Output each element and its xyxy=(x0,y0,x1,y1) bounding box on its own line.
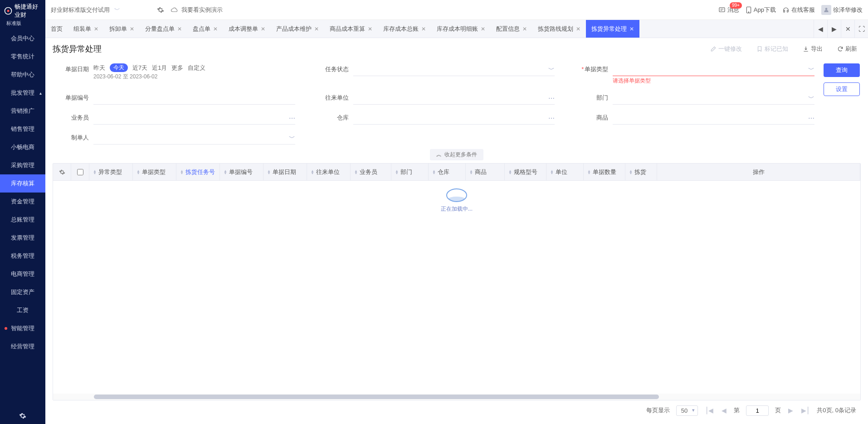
grid-col-header[interactable]: ▲▼商品 xyxy=(466,164,505,180)
sidebar-item[interactable]: 采购管理 xyxy=(0,156,45,174)
date-opt-today[interactable]: 今天 xyxy=(110,63,128,72)
sidebar-item[interactable]: 税务管理 xyxy=(0,247,45,265)
warehouse-lookup[interactable]: ⋯ xyxy=(353,112,555,125)
tab[interactable]: 组装单✕ xyxy=(68,20,104,38)
salesman-lookup[interactable]: ⋯ xyxy=(93,112,295,125)
tabs-close-button[interactable]: ✕ xyxy=(841,20,854,38)
partner-lookup[interactable]: ⋯ xyxy=(353,92,555,105)
doc-type-select[interactable]: ﹀ xyxy=(613,63,814,76)
close-icon[interactable]: ✕ xyxy=(576,26,580,32)
tab[interactable]: 库存成本明细账✕ xyxy=(431,20,491,38)
grid-col-header[interactable]: ▲▼规格型号 xyxy=(505,164,546,180)
topbar-settings[interactable] xyxy=(157,6,164,14)
close-icon[interactable]: ✕ xyxy=(368,26,372,32)
sidebar-item[interactable]: 智能管理 xyxy=(0,319,45,337)
grid-settings-cell[interactable] xyxy=(53,164,71,180)
app-download[interactable]: App下载 xyxy=(746,6,776,14)
date-opt-custom[interactable]: 自定义 xyxy=(188,64,205,72)
pager-first-button[interactable]: ⎮◀ xyxy=(704,407,714,414)
grid-col-header[interactable]: ▲▼往来单位 xyxy=(307,164,351,180)
pager-page-input[interactable] xyxy=(746,405,769,416)
close-icon[interactable]: ✕ xyxy=(314,26,319,32)
refresh-button[interactable]: 刷新 xyxy=(834,43,861,55)
tabs-prev-button[interactable]: ◀ xyxy=(814,20,827,38)
close-icon[interactable]: ✕ xyxy=(130,26,134,32)
grid-hscrollbar[interactable] xyxy=(53,394,860,400)
close-icon[interactable]: ✕ xyxy=(177,26,182,32)
tab[interactable]: 产品成本维护✕ xyxy=(271,20,324,38)
sidebar-item[interactable]: 库存核算 xyxy=(0,174,45,193)
sidebar-item[interactable]: 经营管理 xyxy=(0,337,45,356)
sidebar-item[interactable]: 批发管理▴ xyxy=(0,84,45,102)
tab[interactable]: 拆卸单✕ xyxy=(104,20,140,38)
select-all-checkbox[interactable] xyxy=(77,169,83,175)
close-icon[interactable]: ✕ xyxy=(629,26,634,32)
close-icon[interactable]: ✕ xyxy=(94,26,98,32)
close-icon[interactable]: ✕ xyxy=(522,26,527,32)
messages[interactable]: 消息 99+ xyxy=(718,6,739,14)
pager-last-button[interactable]: ▶⎮ xyxy=(800,407,810,414)
sidebar-settings[interactable] xyxy=(0,408,45,424)
query-button[interactable]: 查询 xyxy=(824,63,860,77)
sidebar-item[interactable]: 固定资产 xyxy=(0,283,45,301)
grid-col-header[interactable]: ▲▼单据类型 xyxy=(133,164,176,180)
grid-col-header[interactable]: ▲▼单位 xyxy=(546,164,584,180)
creator-select[interactable]: ﹀ xyxy=(93,132,295,145)
tab[interactable]: 拣货路线规划✕ xyxy=(532,20,586,38)
product-selector[interactable]: 好业财标准版交付试用 ﹀ xyxy=(51,6,151,14)
sidebar-item[interactable]: 发票管理 xyxy=(0,229,45,247)
per-page-select[interactable]: 50 xyxy=(676,405,698,416)
sidebar-item[interactable]: 零售统计 xyxy=(0,48,45,66)
sidebar-item[interactable]: 资金管理 xyxy=(0,193,45,211)
demo-link[interactable]: 我要看实例演示 xyxy=(171,6,223,14)
tab[interactable]: 分量盘点单✕ xyxy=(140,20,187,38)
grid-select-all[interactable] xyxy=(71,164,89,180)
sidebar-item[interactable]: 会员中心 xyxy=(0,29,45,48)
close-icon[interactable]: ✕ xyxy=(213,26,218,32)
collapse-toggle[interactable]: ︽ 收起更多条件 xyxy=(430,149,483,160)
grid-col-header[interactable]: ▲▼异常类型 xyxy=(89,164,133,180)
sidebar-item[interactable]: 帮助中心 xyxy=(0,66,45,84)
grid-col-header[interactable]: ▲▼单据数量 xyxy=(584,164,625,180)
pager-next-button[interactable]: ▶ xyxy=(787,407,794,414)
sidebar-item[interactable]: 销售管理 xyxy=(0,120,45,138)
sidebar-item[interactable]: 电商管理 xyxy=(0,265,45,283)
tab[interactable]: 商品成本重算✕ xyxy=(324,20,378,38)
tab[interactable]: 成本调整单✕ xyxy=(223,20,271,38)
grid-col-header[interactable]: ▲▼单据编号 xyxy=(220,164,263,180)
date-opt-last1m[interactable]: 近1月 xyxy=(152,64,167,72)
date-opt-more[interactable]: 更多 xyxy=(171,64,183,72)
grid-col-header[interactable]: ▲▼拣货 xyxy=(625,164,657,180)
grid-col-header[interactable]: ▲▼单据日期 xyxy=(263,164,307,180)
grid-col-header[interactable]: ▲▼拣货任务号 xyxy=(176,164,220,180)
settings-button[interactable]: 设置 xyxy=(824,82,860,96)
tab[interactable]: 盘点单✕ xyxy=(187,20,223,38)
mark-known-button[interactable]: 标记已知 xyxy=(753,43,792,55)
user-menu[interactable]: 徐泽华修改 xyxy=(821,5,863,15)
doc-no-input[interactable] xyxy=(93,92,295,105)
task-status-select[interactable]: ﹀ xyxy=(353,63,555,76)
tab[interactable]: 配置信息✕ xyxy=(491,20,532,38)
tab[interactable]: 首页 xyxy=(45,20,68,38)
tabs-fullscreen-button[interactable]: ⛶ xyxy=(854,20,868,38)
dept-select[interactable]: ﹀ xyxy=(613,92,814,105)
tab[interactable]: 库存成本总账✕ xyxy=(378,20,431,38)
sidebar-item[interactable]: 营销推广 xyxy=(0,102,45,120)
close-icon[interactable]: ✕ xyxy=(481,26,485,32)
date-opt-last7[interactable]: 近7天 xyxy=(132,64,147,72)
grid-col-header[interactable]: ▲▼业务员 xyxy=(351,164,391,180)
date-opt-yesterday[interactable]: 昨天 xyxy=(93,64,105,72)
sidebar-item[interactable]: 工资 xyxy=(0,301,45,319)
sidebar-item[interactable]: 总账管理 xyxy=(0,211,45,229)
close-icon[interactable]: ✕ xyxy=(261,26,265,32)
product-lookup[interactable]: ⋯ xyxy=(613,112,814,125)
grid-col-header[interactable]: ▲▼部门 xyxy=(391,164,429,180)
pager-prev-button[interactable]: ◀ xyxy=(721,407,727,414)
tab[interactable]: 拣货异常处理✕ xyxy=(586,20,639,38)
close-icon[interactable]: ✕ xyxy=(421,26,426,32)
batch-edit-button[interactable]: 一键修改 xyxy=(707,43,746,55)
tabs-next-button[interactable]: ▶ xyxy=(827,20,841,38)
grid-col-header[interactable]: ▲▼仓库 xyxy=(429,164,466,180)
online-service[interactable]: 在线客服 xyxy=(782,6,815,14)
sidebar-item[interactable]: 小畅电商 xyxy=(0,138,45,156)
